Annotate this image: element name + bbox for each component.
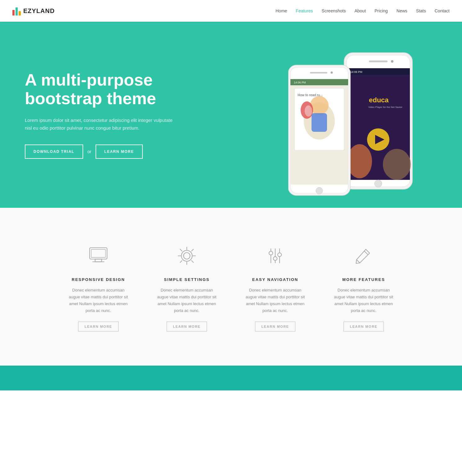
svg-rect-13 <box>369 60 388 62</box>
nav-item-about[interactable]: About <box>354 8 366 14</box>
learn-more-responsive-button[interactable]: LEARN MORE <box>78 322 119 331</box>
nav-item-home[interactable]: Home <box>276 8 287 14</box>
brand-name: EZYLAND <box>23 7 55 15</box>
nav-link-news[interactable]: News <box>397 8 407 13</box>
feature-desc-responsive: Donec elementum accumsan augue vitae mat… <box>67 287 130 314</box>
feature-title-navigation: EASY NAVIGATION <box>244 277 307 282</box>
svg-rect-32 <box>95 259 102 262</box>
svg-point-28 <box>316 187 323 194</box>
nav-item-pricing[interactable]: Pricing <box>375 8 388 14</box>
svg-point-41 <box>273 257 277 260</box>
monitor-icon <box>67 242 130 270</box>
learn-more-hero-button[interactable]: LEARN MORE <box>96 145 143 159</box>
hero-title: A multi-purpose bootstrap theme <box>25 71 174 108</box>
feature-card-navigation: EASY NAVIGATION Donec elementum accumsan… <box>237 236 313 338</box>
feature-title-settings: SIMPLE SETTINGS <box>155 277 219 282</box>
hero-section: A multi-purpose bootstrap theme Lorem ip… <box>0 22 462 208</box>
learn-more-more-button[interactable]: LEARN MORE <box>343 322 384 331</box>
svg-rect-29 <box>310 72 327 73</box>
svg-rect-34 <box>91 249 105 257</box>
nav-item-news[interactable]: News <box>397 8 407 14</box>
svg-point-30 <box>331 72 333 74</box>
settings-icon <box>155 242 219 270</box>
logo-bar-3 <box>19 11 21 16</box>
teal-bottom-strip <box>0 366 462 390</box>
nav-link-contact[interactable]: Contact <box>435 8 450 13</box>
svg-rect-27 <box>312 113 327 132</box>
hero-or-text: or <box>87 149 91 154</box>
svg-point-26 <box>305 105 312 117</box>
nav-item-features[interactable]: Features <box>296 8 313 14</box>
svg-point-14 <box>391 60 393 63</box>
feature-card-responsive: RESPONSIVE DESIGN Donec elementum accums… <box>61 236 137 338</box>
nav-link-about[interactable]: About <box>354 8 366 13</box>
feature-card-more: MORE FEATURES Donec elementum accumsan a… <box>326 236 402 338</box>
learn-more-navigation-button[interactable]: LEARN MORE <box>255 322 296 331</box>
sliders-icon <box>244 242 307 270</box>
features-grid: RESPONSIVE DESIGN Donec elementum accums… <box>61 236 402 338</box>
brand: EZYLAND <box>12 6 55 16</box>
svg-line-44 <box>357 260 360 263</box>
logo-bar-1 <box>12 10 15 16</box>
feature-title-more: MORE FEATURES <box>332 277 396 282</box>
edit-icon <box>332 242 396 270</box>
svg-line-43 <box>364 251 368 255</box>
phone-mockup-svg: 14:06 PM educa Video Player for the Net … <box>288 47 437 208</box>
nav-link-screenshots[interactable]: Screenshots <box>322 8 346 13</box>
nav-links: Home Features Screenshots About Pricing … <box>276 8 450 14</box>
feature-desc-settings: Donec elementum accumsan augue vitae mat… <box>155 287 219 314</box>
svg-text:Video Player for the Net Savio: Video Player for the Net Savior <box>368 106 402 109</box>
learn-more-settings-button[interactable]: LEARN MORE <box>167 322 207 331</box>
nav-link-pricing[interactable]: Pricing <box>375 8 388 13</box>
nav-item-stats[interactable]: Stats <box>416 8 426 14</box>
features-section: RESPONSIVE DESIGN Donec elementum accums… <box>0 208 462 366</box>
nav-link-home[interactable]: Home <box>276 8 287 13</box>
hero-content: A multi-purpose bootstrap theme Lorem ip… <box>25 71 174 177</box>
svg-point-36 <box>182 251 192 261</box>
hero-description: Lorem ipsum dolor sit amet, consectetur … <box>25 116 174 132</box>
logo-icon <box>12 6 21 16</box>
download-trial-button[interactable]: DOWNLOAD TRIAL <box>25 145 83 159</box>
hero-image: 14:06 PM educa Video Player for the Net … <box>288 40 437 208</box>
feature-desc-navigation: Donec elementum accumsan augue vitae mat… <box>244 287 307 314</box>
feature-desc-more: Donec elementum accumsan augue vitae mat… <box>332 287 396 314</box>
svg-text:14:06 PM: 14:06 PM <box>350 70 362 73</box>
nav-link-stats[interactable]: Stats <box>416 8 426 13</box>
feature-title-responsive: RESPONSIVE DESIGN <box>67 277 130 282</box>
hero-buttons: DOWNLOAD TRIAL or LEARN MORE <box>25 145 174 159</box>
svg-point-35 <box>184 253 190 259</box>
svg-point-42 <box>278 253 281 256</box>
navbar: EZYLAND Home Features Screenshots About … <box>0 0 462 22</box>
nav-item-contact[interactable]: Contact <box>435 8 450 14</box>
nav-item-screenshots[interactable]: Screenshots <box>322 8 346 14</box>
svg-point-12 <box>375 180 382 187</box>
svg-point-10 <box>347 144 372 178</box>
svg-text:educa: educa <box>369 96 389 104</box>
nav-link-features[interactable]: Features <box>296 8 313 13</box>
svg-point-11 <box>383 149 411 180</box>
svg-text:14:06 PM: 14:06 PM <box>294 81 306 84</box>
feature-card-settings: SIMPLE SETTINGS Donec elementum accumsan… <box>149 236 225 338</box>
logo-bar-2 <box>16 7 18 16</box>
svg-point-40 <box>269 251 273 255</box>
